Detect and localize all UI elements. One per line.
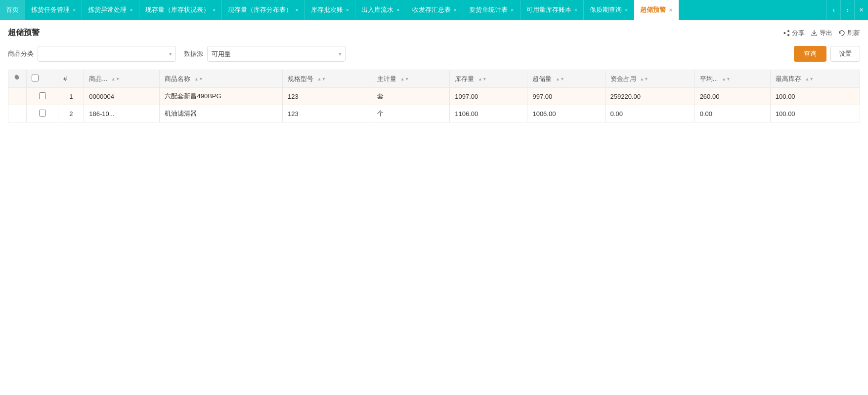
nav-available-account[interactable]: 可用量库存账本 × [521,0,584,20]
filter-bar: 商品分类 ▾ 数据源 可用量 库存量 ▾ 查询 设置 [8,46,860,62]
sort-icon: ▲▼ [194,77,203,81]
nav-home[interactable]: 首页 [0,0,25,20]
row-unit: 套 [372,88,450,105]
close-icon[interactable]: × [454,7,457,13]
row-unit: 个 [372,105,450,122]
table-header-max-stock[interactable]: 最高库存 ▲▼ [770,70,860,88]
nav-quality-period[interactable]: 保质期查询 × [584,0,634,20]
row-number: 1 [58,88,84,105]
row-capital: 259220.00 [605,88,694,105]
row-max-stock: 100.00 [770,105,860,122]
close-icon[interactable]: × [213,7,216,13]
refresh-icon [838,30,845,37]
table-header-row: # 商品... ▲▼ 商品名称 ▲▼ 规格型号 ▲▼ 主计量 ▲▼ [8,70,860,88]
nav-next-button[interactable]: › [840,0,854,20]
category-label: 商品分类 [8,49,34,58]
table-header-avg[interactable]: 平均... ▲▼ [694,70,770,88]
row-avg: 260.00 [694,88,770,105]
nav-batch-account[interactable]: 库存批次账 × [305,0,355,20]
sort-icon: ▲▼ [317,77,326,81]
row-checkbox[interactable] [39,110,46,117]
select-all-checkbox[interactable] [32,75,39,81]
sort-icon: ▲▼ [722,77,731,81]
table-header-over[interactable]: 超储量 ▲▼ [527,70,605,88]
nav-demand-stats[interactable]: 要货单统计表 × [463,0,520,20]
table-header-gear[interactable] [8,70,27,88]
close-icon[interactable]: × [130,7,132,13]
close-icon[interactable]: × [625,7,628,13]
category-select-wrapper: ▾ [38,46,176,62]
nav-collect-summary[interactable]: 收发存汇总表 × [406,0,463,20]
category-select[interactable] [38,46,176,62]
setting-button[interactable]: 设置 [830,46,860,62]
header-actions: 分享 导出 刷新 [783,29,860,38]
nav-stock-status[interactable]: 现存量（库存状况表） × [139,0,222,20]
datasource-label: 数据源 [184,49,203,58]
row-stock: 1106.00 [450,105,527,122]
nav-exception[interactable]: 拣货异常处理 × [82,0,139,20]
close-icon[interactable]: × [574,7,577,13]
close-icon[interactable]: × [295,7,298,13]
datasource-select-wrapper: 可用量 库存量 ▾ [207,46,346,62]
row-max-stock: 100.00 [770,88,860,105]
table-header-unit[interactable]: 主计量 ▲▼ [372,70,450,88]
row-checkbox-cell[interactable] [27,88,58,105]
row-stock: 1097.00 [450,88,527,105]
close-icon[interactable]: × [511,7,514,13]
nav-overstock-warning[interactable]: 超储预警 × [634,0,678,20]
gear-icon [13,74,21,82]
table-header-spec[interactable]: 规格型号 ▲▼ [283,70,372,88]
table-header-capital[interactable]: 资金占用 ▲▼ [605,70,694,88]
category-filter-group: 商品分类 ▾ [8,46,176,62]
row-gear-cell [8,105,27,122]
row-checkbox[interactable] [39,92,46,99]
row-spec: 123 [283,105,372,122]
table-header-stock[interactable]: 库存量 ▲▼ [450,70,527,88]
nav-prev-button[interactable]: ‹ [826,0,840,20]
table-header-checkbox[interactable] [27,70,58,88]
table-row: 2 186-10... 机油滤清器 123 个 1106.00 1006.00 … [8,105,860,122]
row-number: 2 [58,105,84,122]
close-icon[interactable]: × [73,7,76,13]
datasource-select[interactable]: 可用量 库存量 [207,46,346,62]
table-row: 1 0000004 六配套新昌490BPG 123 套 1097.00 997.… [8,88,860,105]
nav-task-manage[interactable]: 拣货任务管理 × [25,0,82,20]
page-title: 超储预警 [8,28,40,38]
refresh-button[interactable]: 刷新 [838,29,860,38]
row-product-code: 0000004 [84,88,160,105]
nav-close-all-button[interactable]: × [854,0,868,20]
share-button[interactable]: 分享 [783,29,805,38]
row-spec: 123 [283,88,372,105]
data-table: # 商品... ▲▼ 商品名称 ▲▼ 规格型号 ▲▼ 主计量 ▲▼ [8,70,860,122]
table-header-product-code[interactable]: 商品... ▲▼ [84,70,160,88]
export-button[interactable]: 导出 [811,29,832,38]
nav-inout-flow[interactable]: 出入库流水 × [355,0,406,20]
sort-icon: ▲▼ [478,77,487,81]
row-capital: 0.00 [605,105,694,122]
row-product-code: 186-10... [84,105,160,122]
row-avg: 0.00 [694,105,770,122]
page-content: 超储预警 分享 导出 刷新 [0,20,868,395]
query-button[interactable]: 查询 [794,46,826,62]
sort-icon: ▲▼ [805,77,814,81]
close-icon[interactable]: × [396,7,399,13]
row-over: 997.00 [527,88,605,105]
top-navigation: 首页 拣货任务管理 × 拣货异常处理 × 现存量（库存状况表） × 现存量（库存… [0,0,868,20]
table-header-num: # [58,70,84,88]
filter-right-actions: 查询 设置 [794,46,860,62]
close-icon[interactable]: × [669,7,672,13]
row-checkbox-cell[interactable] [27,105,58,122]
sort-icon: ▲▼ [640,77,649,81]
datasource-filter-group: 数据源 可用量 库存量 ▾ [184,46,346,62]
share-icon [783,30,790,37]
row-product-name: 六配套新昌490BPG [160,88,283,105]
table-header-product-name[interactable]: 商品名称 ▲▼ [160,70,283,88]
sort-icon: ▲▼ [556,77,564,81]
nav-stock-dist[interactable]: 现存量（库存分布表） × [222,0,304,20]
row-gear-cell [8,88,27,105]
close-icon[interactable]: × [346,7,349,13]
sort-icon: ▲▼ [400,77,409,81]
row-product-name: 机油滤清器 [160,105,283,122]
sort-icon: ▲▼ [111,77,120,81]
nav-arrow-group: ‹ › × [826,0,868,20]
